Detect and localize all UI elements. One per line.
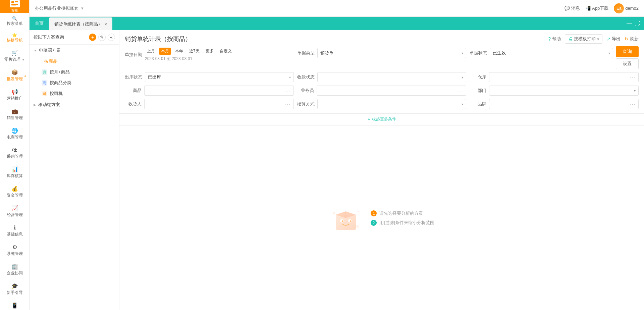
edit-scheme-btn[interactable]: ✎ <box>98 34 106 41</box>
salesperson-label: 业务员 <box>297 88 314 94</box>
dept-input[interactable]: ▾ <box>489 86 639 96</box>
logo-text: 标账 <box>11 8 18 13</box>
tree-item-goods-category[interactable]: 商 按商品分类 <box>30 78 119 88</box>
receiver-field: 收货人 ··· <box>125 99 294 109</box>
sidebar-item-finance[interactable]: 💰 资金管理 <box>0 182 29 202</box>
svg-point-13 <box>358 211 359 212</box>
empty-state: 1 请先选择要分析的方案 2 用[过滤]条件来缩小分析范围 <box>119 126 644 310</box>
print-icon: 🖨 <box>568 36 573 42</box>
refresh-icon: ↻ <box>625 36 629 42</box>
help-btn[interactable]: ? 帮助 <box>548 36 561 42</box>
message-btn[interactable]: 💬 消息 <box>565 5 580 11</box>
export-btn[interactable]: ↗ 导出 <box>606 36 621 42</box>
edit-icon: ✎ <box>100 35 104 40</box>
settle-label: 结算方式 <box>297 101 315 107</box>
date-tab-this-year[interactable]: 本年 <box>173 48 185 55</box>
empty-content: 1 请先选择要分析的方案 2 用[过滤]条件来缩小分析范围 <box>329 201 434 235</box>
receiver-dots: ··· <box>285 102 291 107</box>
page-title: 销货单统计表（按商品） <box>125 35 191 43</box>
tab-sales-stats[interactable]: 销货单统计表（按商品） × <box>49 17 112 31</box>
help-icon: ? <box>548 36 551 42</box>
tree-item-driver[interactable]: 司 按司机 <box>30 88 119 99</box>
query-area: 销货单统计表（按商品） ? 帮助 🖨 按模板打印 ▾ ↗ <box>119 30 644 310</box>
user-profile[interactable]: Ea demo2 <box>614 3 639 13</box>
out-status-input[interactable]: 已出库 ▾ <box>145 72 294 82</box>
refresh-btn[interactable]: ↻ 刷新 <box>625 36 639 42</box>
query-header: 销货单统计表（按商品） ? 帮助 🖨 按模板打印 ▾ ↗ <box>119 30 644 114</box>
sidebar-item-basic[interactable]: ℹ 基础信息 <box>0 221 29 241</box>
settings-button[interactable]: 设置 <box>616 58 639 69</box>
settle-field: 结算方式 ▾ <box>297 99 466 109</box>
filter-panel-header: 按以下方案查询 + ✎ « <box>30 30 119 45</box>
date-tabs: 上月 本月 本年 近7天 更多 自定义 <box>145 48 294 55</box>
doc-status-input[interactable]: 已生效 ▾ <box>490 48 613 58</box>
warehouse-dots: ··· <box>630 75 636 80</box>
top-header: 办公用品行业模拟账套 ▾ 💬 消息 📲 App下载 Ea demo2 <box>30 0 644 17</box>
svg-rect-0 <box>11 1 14 3</box>
app-logo[interactable]: 标账 <box>0 0 29 13</box>
query-button[interactable]: 查询 <box>616 46 639 57</box>
add-scheme-btn[interactable]: + <box>89 34 96 41</box>
sidebar-item-enterprise[interactable]: 🏢 企业协同 <box>0 260 29 279</box>
sidebar-item-operations[interactable]: 📈 经营管理 <box>0 202 29 221</box>
maximize-btn[interactable]: ⛶ <box>635 20 640 27</box>
content-area: 按以下方案查询 + ✎ « ▼ 电脑端方案 <box>30 30 644 310</box>
query-title-actions: ? 帮助 🖨 按模板打印 ▾ ↗ 导出 ↻ <box>548 34 639 44</box>
collapse-bar[interactable]: ∧ 收起更多条件 <box>119 114 644 125</box>
date-tab-more[interactable]: 更多 <box>204 48 216 55</box>
app-download-btn[interactable]: 📲 App下载 <box>585 5 608 11</box>
header-title: 办公用品行业模拟账套 <box>35 5 78 11</box>
date-filter: 上月 本月 本年 近7天 更多 自定义 2023-03-01 至 2023-03… <box>145 48 294 62</box>
date-label: 单据日期 <box>125 52 142 58</box>
minimize-btn[interactable]: — <box>627 20 632 27</box>
doc-type-input[interactable]: 销货单 ▾ <box>317 48 466 58</box>
tree-mobile-group[interactable]: ▶ 移动端方案 <box>30 99 119 110</box>
date-tab-last-month[interactable]: 上月 <box>145 48 157 55</box>
collapse-panel-btn[interactable]: « <box>108 34 115 41</box>
marketing-icon: 📢 <box>0 89 29 95</box>
print-btn[interactable]: 🖨 按模板打印 ▾ <box>565 34 602 44</box>
category-icon: 商 <box>42 80 47 86</box>
tree-computer-group[interactable]: ▼ 电脑端方案 <box>30 45 119 56</box>
goods-input[interactable]: ··· <box>144 86 294 96</box>
settle-input[interactable]: ▾ <box>317 99 466 109</box>
sidebar-item-guide[interactable]: 🎓 新手引导 <box>0 279 29 299</box>
sidebar-item-ecommerce[interactable]: 🌐 电商管理 <box>0 124 29 144</box>
date-tab-this-month[interactable]: 本月 <box>159 48 171 55</box>
tree-item-by-goods[interactable]: 按商品 <box>30 56 119 67</box>
salesperson-dots: ··· <box>458 88 463 93</box>
svg-point-12 <box>356 225 359 228</box>
sidebar-item-retail[interactable]: 🛒 零售管理 ▼ <box>0 46 29 66</box>
tab-close-btn[interactable]: × <box>104 21 107 27</box>
salesperson-input[interactable]: ··· <box>317 86 466 96</box>
tree-item-month-goods[interactable]: 月 按月+商品 <box>30 67 119 78</box>
search-menu[interactable]: 🔍 搜索菜单 <box>0 13 29 30</box>
tab-home[interactable]: 首页 <box>30 17 49 30</box>
header-dropdown-arrow[interactable]: ▾ <box>81 6 84 11</box>
export-icon: ↗ <box>606 36 610 42</box>
search-icon: 🔍 <box>0 16 29 21</box>
sidebar-item-wholesale[interactable]: 📦 批发管理 <box>0 66 29 85</box>
warehouse-input[interactable]: ··· <box>489 72 639 82</box>
svg-point-11 <box>333 212 335 214</box>
quick-nav[interactable]: ⭐ 快捷导航 <box>0 30 29 46</box>
sidebar-item-inventory[interactable]: 📊 库存核算 <box>0 163 29 182</box>
sidebar-item-marketing[interactable]: 📢 营销推广 <box>0 85 29 105</box>
sidebar-item-apps[interactable]: 📱 应用中心 <box>0 299 29 310</box>
doc-status-chevron: ▾ <box>608 51 610 55</box>
step1-num: 1 <box>371 210 377 216</box>
step2-num: 2 <box>371 220 377 226</box>
collect-chevron: ▾ <box>462 75 463 79</box>
sidebar-item-sales[interactable]: 💼 销售管理 <box>0 105 29 124</box>
collect-status-input[interactable]: ▾ <box>317 72 466 82</box>
date-tab-custom[interactable]: 自定义 <box>218 48 234 55</box>
logo-icon <box>10 0 20 7</box>
dept-label: 部门 <box>470 88 486 94</box>
receiver-input[interactable]: ··· <box>144 99 294 109</box>
sidebar-item-system[interactable]: ⚙ 系统管理 <box>0 241 29 260</box>
sidebar-item-purchase[interactable]: 🛍 采购管理 <box>0 144 29 163</box>
retail-icon: 🛒 <box>0 50 29 56</box>
brand-input[interactable]: ··· <box>489 99 639 109</box>
date-tab-7days[interactable]: 近7天 <box>187 48 202 55</box>
enterprise-icon: 🏢 <box>0 263 29 270</box>
